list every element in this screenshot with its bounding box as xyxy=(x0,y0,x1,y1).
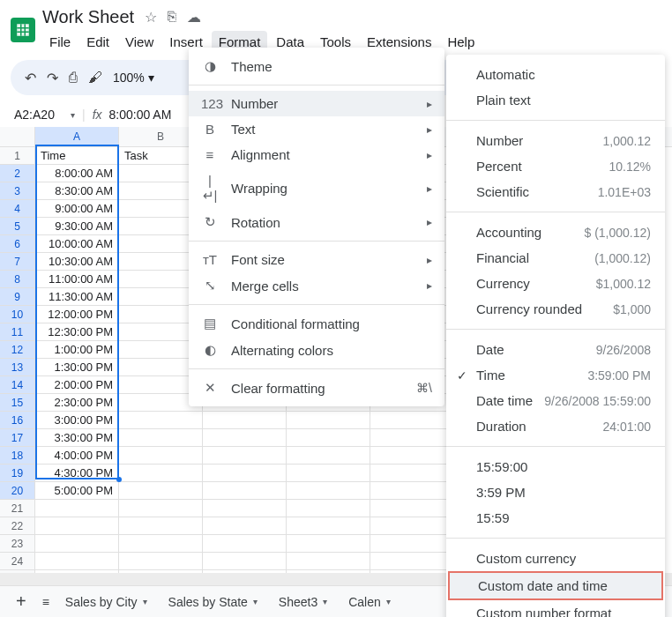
namebox-dropdown-icon[interactable]: ▾ xyxy=(71,110,75,120)
cell[interactable] xyxy=(119,535,203,553)
number-format-custom-number-format[interactable]: Custom number format xyxy=(446,600,665,617)
number-format-15:59:00[interactable]: 15:59:00 xyxy=(446,454,665,479)
format-menu-font-size[interactable]: тTFont size▸ xyxy=(189,247,444,272)
cell[interactable] xyxy=(370,447,454,465)
cell[interactable] xyxy=(287,553,370,570)
cell[interactable] xyxy=(119,482,203,500)
cell[interactable]: 2:00:00 PM xyxy=(35,376,119,394)
row-header[interactable]: 6 xyxy=(0,235,35,253)
cell[interactable]: 11:30:00 AM xyxy=(35,288,119,306)
cell[interactable]: 3:00:00 PM xyxy=(35,412,119,429)
cell[interactable] xyxy=(370,553,454,570)
cell[interactable]: 12:30:00 PM xyxy=(35,323,119,341)
cell[interactable]: 8:00:00 AM xyxy=(35,165,119,182)
sheet-tab[interactable]: Calen▾ xyxy=(348,595,391,609)
tab-dropdown-icon[interactable]: ▾ xyxy=(253,597,258,606)
sheet-tab[interactable]: Sales by City▾ xyxy=(65,595,147,609)
format-menu-text[interactable]: BText▸ xyxy=(189,116,444,142)
cell[interactable]: 9:00:00 AM xyxy=(35,200,119,218)
row-header[interactable]: 17 xyxy=(0,429,35,447)
row-header[interactable]: 14 xyxy=(0,376,35,394)
format-menu-alternating-colors[interactable]: ◐Alternating colors xyxy=(189,337,444,363)
row-header[interactable]: 13 xyxy=(0,359,35,376)
cell[interactable] xyxy=(35,553,119,570)
row-header[interactable]: 18 xyxy=(0,447,35,465)
menu-file[interactable]: File xyxy=(42,31,78,53)
cell[interactable]: 10:30:00 AM xyxy=(35,253,119,271)
cell[interactable] xyxy=(35,535,119,553)
cell[interactable] xyxy=(203,447,287,465)
cell[interactable] xyxy=(203,553,287,570)
row-header[interactable]: 1 xyxy=(0,147,35,165)
row-header[interactable]: 8 xyxy=(0,271,35,288)
cell[interactable] xyxy=(287,412,370,429)
number-format-plain-text[interactable]: Plain text xyxy=(446,87,665,113)
cell[interactable]: 10:00:00 AM xyxy=(35,235,119,253)
number-format-accounting[interactable]: Accounting$ (1,000.12) xyxy=(446,219,665,245)
zoom-select[interactable]: 100% ▾ xyxy=(113,71,154,85)
cell[interactable] xyxy=(287,500,370,517)
cell[interactable] xyxy=(370,412,454,429)
cell[interactable] xyxy=(203,412,287,429)
row-header[interactable]: 22 xyxy=(0,517,35,535)
cell[interactable] xyxy=(370,535,454,553)
row-header[interactable]: 24 xyxy=(0,553,35,570)
column-header-A[interactable]: A xyxy=(35,127,119,146)
cell[interactable] xyxy=(287,482,370,500)
star-icon[interactable]: ☆ xyxy=(145,9,157,26)
number-format-scientific[interactable]: Scientific1.01E+03 xyxy=(446,179,665,204)
cell[interactable]: Time xyxy=(35,147,119,165)
row-header[interactable]: 3 xyxy=(0,182,35,200)
cell[interactable] xyxy=(203,465,287,482)
number-format-time[interactable]: Time3:59:00 PM xyxy=(446,362,665,388)
cell[interactable] xyxy=(119,465,203,482)
cell[interactable] xyxy=(287,517,370,535)
cell[interactable] xyxy=(203,482,287,500)
row-header[interactable]: 5 xyxy=(0,218,35,235)
cell[interactable] xyxy=(370,465,454,482)
cell[interactable] xyxy=(35,517,119,535)
selection-handle[interactable] xyxy=(116,477,122,482)
format-menu-conditional-formatting[interactable]: ▤Conditional formatting xyxy=(189,310,444,337)
all-sheets-icon[interactable]: ≡ xyxy=(42,595,49,609)
cell[interactable] xyxy=(370,500,454,517)
print-icon[interactable]: ⎙ xyxy=(69,70,78,85)
cell[interactable]: 1:30:00 PM xyxy=(35,359,119,376)
cell[interactable]: 3:30:00 PM xyxy=(35,429,119,447)
row-header[interactable]: 9 xyxy=(0,288,35,306)
cell[interactable]: 8:30:00 AM xyxy=(35,182,119,200)
number-format-number[interactable]: Number1,000.12 xyxy=(446,128,665,153)
sheet-tab[interactable]: Sales by State▾ xyxy=(168,595,258,609)
cell[interactable] xyxy=(119,553,203,570)
format-menu-clear-formatting[interactable]: ✕Clear formatting⌘\ xyxy=(189,375,444,401)
number-format-custom-currency[interactable]: Custom currency xyxy=(446,546,665,571)
menu-help[interactable]: Help xyxy=(440,31,482,53)
row-header[interactable]: 7 xyxy=(0,253,35,271)
add-sheet-icon[interactable]: + xyxy=(16,591,26,612)
cell[interactable] xyxy=(203,517,287,535)
cell[interactable] xyxy=(119,429,203,447)
number-format-percent[interactable]: Percent10.12% xyxy=(446,153,665,179)
cell[interactable] xyxy=(287,429,370,447)
cell[interactable] xyxy=(287,465,370,482)
number-format-date[interactable]: Date9/26/2008 xyxy=(446,337,665,362)
menu-edit[interactable]: Edit xyxy=(79,31,116,53)
cell[interactable] xyxy=(119,447,203,465)
row-header[interactable]: 20 xyxy=(0,482,35,500)
row-header[interactable]: 15 xyxy=(0,394,35,412)
menu-view[interactable]: View xyxy=(118,31,161,53)
format-menu-theme[interactable]: ◑Theme xyxy=(189,53,444,79)
cell[interactable]: 9:30:00 AM xyxy=(35,218,119,235)
cell[interactable]: 11:00:00 AM xyxy=(35,271,119,288)
number-format-financial[interactable]: Financial(1,000.12) xyxy=(446,245,665,271)
number-format-3:59-pm[interactable]: 3:59 PM xyxy=(446,479,665,505)
cell[interactable]: 4:30:00 PM xyxy=(35,465,119,482)
cell[interactable] xyxy=(119,500,203,517)
cell[interactable] xyxy=(287,535,370,553)
number-format-15:59[interactable]: 15:59 xyxy=(446,505,665,531)
redo-icon[interactable]: ↷ xyxy=(47,70,58,86)
document-title[interactable]: Work Sheet xyxy=(42,7,134,27)
paint-format-icon[interactable]: 🖌 xyxy=(88,70,102,85)
number-format-currency-rounded[interactable]: Currency rounded$1,000 xyxy=(446,296,665,322)
cell[interactable] xyxy=(287,447,370,465)
